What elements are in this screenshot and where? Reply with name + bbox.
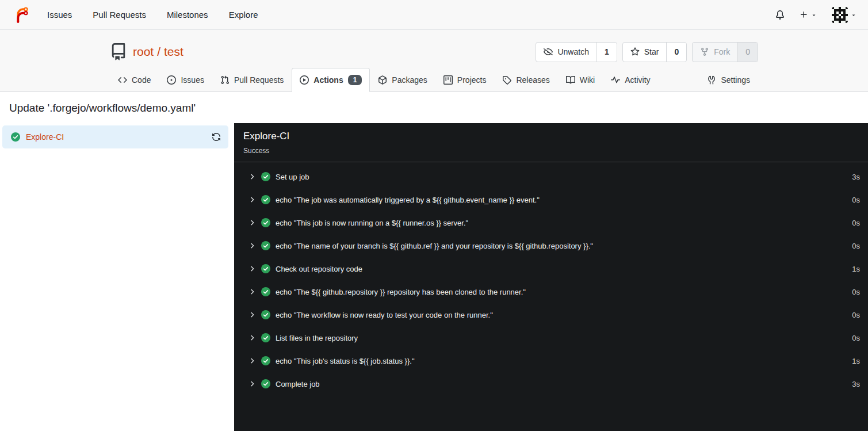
tab-pull-requests[interactable]: Pull Requests [212, 68, 292, 92]
chevron-right-icon[interactable] [248, 196, 256, 204]
step-row[interactable]: echo "This job is now running on a ${{ r… [234, 211, 868, 234]
tab-wiki[interactable]: Wiki [558, 68, 603, 92]
repo-owner-link[interactable]: root [133, 45, 154, 58]
star-icon [630, 47, 640, 56]
tab-releases-label: Releases [516, 75, 549, 85]
fork-label: Fork [714, 47, 730, 56]
job-name: Explore-CI [26, 132, 64, 142]
step-duration: 0s [852, 288, 860, 296]
fork-count: 0 [737, 43, 758, 62]
play-circle-icon [300, 75, 309, 85]
chevron-right-icon[interactable] [248, 219, 256, 227]
step-duration: 0s [852, 242, 860, 250]
step-row[interactable]: Complete job 3s [234, 372, 868, 395]
tab-projects[interactable]: Projects [435, 68, 495, 92]
job-success-check-icon [11, 132, 20, 142]
step-duration: 0s [852, 311, 860, 319]
watch-count[interactable]: 1 [596, 43, 617, 62]
star-count[interactable]: 0 [666, 43, 686, 62]
fork-icon [700, 47, 709, 56]
tab-projects-label: Projects [457, 75, 487, 85]
tab-issues-label: Issues [181, 75, 204, 85]
step-name: echo "The workflow is now ready to test … [276, 311, 493, 319]
chevron-right-icon[interactable] [248, 173, 256, 181]
step-row[interactable]: Set up job 3s [234, 165, 868, 188]
step-duration: 0s [852, 196, 860, 204]
repo-header: root/test Unwatch 1 Star [0, 30, 868, 92]
chevron-right-icon[interactable] [248, 288, 256, 296]
sync-icon [212, 132, 221, 142]
chevron-right-icon[interactable] [248, 334, 256, 342]
step-name: echo "This job's status is ${{ job.statu… [276, 357, 415, 365]
repo-tabs: Code Issues Pull Requests Actions 1 [110, 68, 758, 91]
step-row[interactable]: echo "The workflow is now ready to test … [234, 303, 868, 326]
step-success-check-icon [261, 287, 270, 296]
chevron-right-icon[interactable] [248, 380, 256, 388]
tab-code[interactable]: Code [110, 68, 159, 92]
chevron-down-icon [811, 12, 817, 18]
top-navbar: Issues Pull Requests Milestones Explore [0, 0, 868, 30]
repo-name-link[interactable]: test [164, 45, 183, 58]
workflow-run-view: Update '.forgejo/workflows/demo.yaml' Ex… [0, 92, 868, 431]
step-duration: 1s [852, 357, 860, 365]
step-row[interactable]: echo "The job was automatically triggere… [234, 188, 868, 211]
tab-issues[interactable]: Issues [159, 68, 212, 92]
nav-link-issues[interactable]: Issues [47, 10, 72, 20]
chevron-right-icon[interactable] [248, 265, 256, 273]
step-success-check-icon [261, 264, 270, 273]
plus-icon [800, 10, 808, 19]
chevron-right-icon[interactable] [248, 311, 256, 319]
step-success-check-icon [261, 195, 270, 204]
job-item-explore-ci[interactable]: Explore-CI [2, 125, 228, 148]
tab-actions[interactable]: Actions 1 [292, 68, 370, 92]
step-row[interactable]: echo "This job's status is ${{ job.statu… [234, 349, 868, 372]
tab-settings[interactable]: Settings [699, 68, 758, 92]
step-row[interactable]: echo "The ${{ github.repository }} repos… [234, 280, 868, 303]
step-name: echo "This job is now running on a ${{ r… [276, 219, 468, 227]
unwatch-button[interactable]: Unwatch 1 [536, 42, 617, 62]
tab-packages-label: Packages [392, 75, 427, 85]
actions-count-badge: 1 [348, 75, 362, 85]
tab-actions-label: Actions [313, 75, 343, 85]
run-title: Update '.forgejo/workflows/demo.yaml' [0, 92, 868, 123]
user-menu-dropdown[interactable] [832, 7, 856, 23]
chevron-right-icon[interactable] [248, 357, 256, 365]
step-success-check-icon [261, 172, 270, 181]
tab-code-label: Code [132, 75, 151, 85]
nav-link-pull-requests[interactable]: Pull Requests [93, 10, 146, 20]
project-board-icon [443, 75, 453, 85]
eye-slash-icon [544, 47, 553, 56]
tab-wiki-label: Wiki [580, 75, 595, 85]
step-success-check-icon [261, 333, 270, 342]
step-name: echo "The job was automatically triggere… [276, 196, 540, 204]
forgejo-logo-icon[interactable] [13, 6, 31, 24]
tab-packages[interactable]: Packages [370, 68, 435, 92]
step-success-check-icon [261, 356, 270, 365]
tag-icon [502, 75, 511, 85]
user-avatar [832, 7, 848, 23]
notifications-button[interactable] [775, 10, 785, 20]
repo-separator: / [157, 45, 160, 58]
step-success-check-icon [261, 379, 270, 388]
step-name: Set up job [276, 173, 309, 181]
package-icon [378, 75, 387, 85]
tab-pull-requests-label: Pull Requests [234, 75, 284, 85]
step-row[interactable]: echo "The name of your branch is ${{ git… [234, 234, 868, 257]
step-row[interactable]: List files in the repository 0s [234, 326, 868, 349]
create-new-dropdown[interactable] [800, 10, 817, 19]
step-row[interactable]: Check out repository code 1s [234, 257, 868, 280]
navbar-right [775, 7, 859, 23]
rerun-job-button[interactable] [212, 132, 221, 142]
star-button[interactable]: Star 0 [622, 42, 687, 62]
jobs-sidebar: Explore-CI [0, 123, 234, 431]
tab-releases[interactable]: Releases [494, 68, 557, 92]
step-duration: 1s [852, 265, 860, 273]
chevron-right-icon[interactable] [248, 242, 256, 250]
repo-breadcrumb: root/test [133, 45, 183, 59]
tab-activity[interactable]: Activity [603, 68, 658, 92]
step-name: Check out repository code [276, 265, 362, 273]
unwatch-label: Unwatch [557, 47, 588, 56]
nav-link-explore[interactable]: Explore [229, 10, 258, 20]
nav-link-milestones[interactable]: Milestones [167, 10, 208, 20]
tools-icon [707, 75, 716, 85]
